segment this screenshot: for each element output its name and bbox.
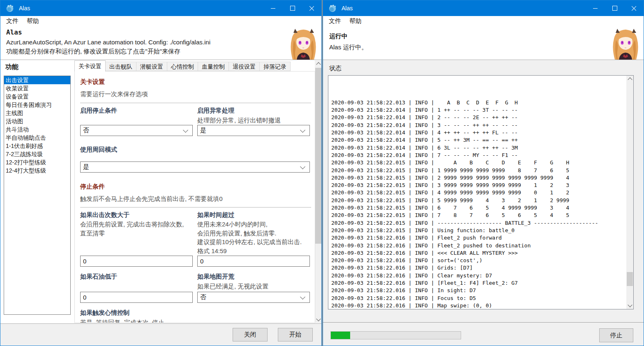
log-line: 2020-09-03 21:58:22.015 | INFO | 2 9999 … <box>331 174 625 182</box>
log-line: 2020-09-03 21:58:22.016 | INFO | Focus t… <box>331 295 625 302</box>
list-item[interactable]: 12-2打中型练级 <box>4 158 70 166</box>
log-line: 2020-09-03 21:58:22.014 | INFO | 5 -- ++… <box>331 136 625 144</box>
log-line: 2020-09-03 21:58:22.016 | INFO | <<< CLE… <box>331 249 625 257</box>
titlebar[interactable]: Alas <box>0 0 321 16</box>
scroll-down-icon[interactable] <box>315 316 322 323</box>
list-item[interactable]: 半自动辅助点击 <box>4 134 70 142</box>
tab[interactable]: 出击舰队 <box>106 62 136 71</box>
if-time-input[interactable] <box>197 256 310 267</box>
function-list: 出击设置 收菜设置 设备设置 每日任务困难演习 主线图 活动图 共斗活动 半自动… <box>4 76 71 315</box>
enable-stop-select[interactable]: 否 <box>80 125 193 136</box>
list-item[interactable]: 主线图 <box>4 109 70 117</box>
if-count-input[interactable] <box>80 256 193 267</box>
loop-mode-select[interactable]: 是 <box>80 161 310 173</box>
footer: 关闭 开始 <box>0 323 321 346</box>
field-label-loop-mode: 使用周回模式 <box>80 146 117 154</box>
log-line: 2020-09-03 21:58:22.015 | INFO | 5 9999 … <box>331 197 625 204</box>
app-title: Alas <box>6 28 22 36</box>
close-button[interactable] <box>624 0 644 16</box>
close-icon <box>309 6 314 11</box>
log-line: 2020-09-03 21:58:22.015 | INFO | Using f… <box>331 227 625 234</box>
divider <box>80 207 311 208</box>
if-oil-input[interactable] <box>80 292 193 303</box>
progress-fill <box>331 332 350 339</box>
stop-button[interactable]: 停止 <box>599 328 633 342</box>
log-line: 2020-09-03 21:58:22.014 | INFO | 2 -- --… <box>331 114 625 121</box>
close-button[interactable] <box>302 0 321 16</box>
list-item[interactable]: 1-1伏击刷好感 <box>4 142 70 150</box>
runner-window: Alas 文件 帮助 运行中 Alas 运行中。 <box>323 0 644 346</box>
avatar <box>289 27 318 60</box>
log-line: 2020-09-03 21:58:22.016 | INFO | In sigh… <box>331 287 625 294</box>
list-item[interactable]: 12-4打大型练级 <box>4 166 70 175</box>
tab[interactable]: 关卡设置 <box>74 60 106 72</box>
menu-file[interactable]: 文件 <box>5 17 19 25</box>
log-line: 2020-09-03 21:58:22.015 | INFO | 3 9999 … <box>331 182 625 189</box>
log-line: 2020-09-03 21:58:22.015 | INFO | A B C D… <box>331 159 625 166</box>
maximize-button[interactable] <box>283 0 302 16</box>
log-line: 2020-09-03 21:58:22.015 | INFO | 1 9999 … <box>331 167 625 174</box>
section-title: 关卡设置 <box>80 78 105 86</box>
field-desc-enable-exception: 处理部分异常, 运行出错时撤退 <box>197 116 281 125</box>
field-label-if-oil: 如果石油低于 <box>80 273 117 281</box>
footer: 停止 <box>323 322 644 346</box>
log-line: 2020-09-03 21:58:22.014 | INFO | 4 ++ ++… <box>331 129 625 136</box>
scroll-down-icon[interactable] <box>626 302 633 309</box>
desktop: Alas 文件 帮助 Alas AzurLaneAutoScript, An A… <box>0 0 644 346</box>
close-icon <box>631 6 637 11</box>
tab[interactable]: 心情控制 <box>167 62 198 71</box>
scrollbar-thumb[interactable] <box>315 68 321 244</box>
log-output: 2020-09-03 21:58:22.013 | INFO | A B C D… <box>328 75 634 309</box>
scroll-up-icon[interactable] <box>315 60 322 67</box>
log-line: 2020-09-03 21:58:22.015 | INFO | -------… <box>331 219 625 227</box>
list-item[interactable]: 共斗活动 <box>4 125 70 134</box>
field-label-enable-stop: 启用停止条件 <box>80 107 117 115</box>
menubar: 文件 帮助 <box>0 16 321 26</box>
field-desc-if-time: 使用未来24小时内的时间, 会沿用先前设置, 触发后清零. 建议提前10分钟左右… <box>197 220 302 255</box>
progress-bar <box>330 331 461 339</box>
enable-exception-select[interactable]: 是 <box>197 125 310 136</box>
divider <box>80 103 311 103</box>
tab[interactable]: 退役设置 <box>229 62 260 71</box>
log-line: 2020-09-03 21:58:22.014 | INFO | 7 -- --… <box>331 152 625 159</box>
log-line: 2020-09-03 21:58:22.016 | INFO | Fleet_2… <box>331 242 625 249</box>
app-logo-icon <box>328 4 337 13</box>
list-item[interactable]: 每日任务困难演习 <box>4 101 70 109</box>
list-item[interactable]: 设备设置 <box>4 92 70 101</box>
minimize-button[interactable] <box>586 0 605 16</box>
section-desc-stop: 触发后不会马上停止会先完成当前出击, 不需要就填0 <box>80 194 223 203</box>
log-scrollbar[interactable] <box>626 76 633 309</box>
chevron-down-icon <box>183 127 188 133</box>
app-logo-icon <box>6 4 15 13</box>
titlebar[interactable]: Alas <box>323 0 644 16</box>
field-label-if-time: 如果时间超过 <box>197 211 234 219</box>
app-header: Alas AzurLaneAutoScript, An Azur Lane au… <box>0 26 321 60</box>
list-item[interactable]: 7-2三战拣垃圾 <box>4 150 70 158</box>
maximize-button[interactable] <box>605 0 624 16</box>
list-item[interactable]: 收菜设置 <box>4 84 70 92</box>
menubar: 文件 帮助 <box>323 16 644 26</box>
app-subtitle: AzurLaneAutoScript, An Azur Lane automat… <box>6 39 210 46</box>
if-map-select[interactable]: 否 <box>197 292 310 303</box>
field-label-if-map: 如果地图开荒 <box>197 273 234 281</box>
close-app-button[interactable]: 关闭 <box>233 328 268 341</box>
tab[interactable]: 掉落记录 <box>260 62 291 71</box>
start-button[interactable]: 开始 <box>278 328 313 341</box>
section-title-stop: 停止条件 <box>80 183 105 191</box>
log-line: 2020-09-03 21:58:22.014 | INFO | 3 -- --… <box>331 122 625 129</box>
tab[interactable]: 潜艇设置 <box>136 62 167 71</box>
menu-help[interactable]: 帮助 <box>349 17 362 25</box>
menu-file[interactable]: 文件 <box>328 17 342 25</box>
settings-tabs: 关卡设置 出击舰队 潜艇设置 心情控制 血量控制 退役设置 掉落记录 <box>74 60 291 72</box>
tab[interactable]: 血量控制 <box>198 62 229 71</box>
list-item[interactable]: 出击设置 <box>4 76 70 84</box>
status-label: 状态 <box>329 65 342 72</box>
log-line: 2020-09-03 21:58:22.015 | INFO | 7 8 7 6… <box>331 212 625 219</box>
content-scrollbar[interactable] <box>315 60 322 323</box>
run-status-title: 运行中 <box>329 32 348 40</box>
scroll-up-icon[interactable] <box>626 76 633 83</box>
scrollbar-thumb[interactable] <box>627 272 633 286</box>
menu-help[interactable]: 帮助 <box>26 17 40 25</box>
minimize-button[interactable] <box>263 0 283 16</box>
list-item[interactable]: 活动图 <box>4 117 70 125</box>
